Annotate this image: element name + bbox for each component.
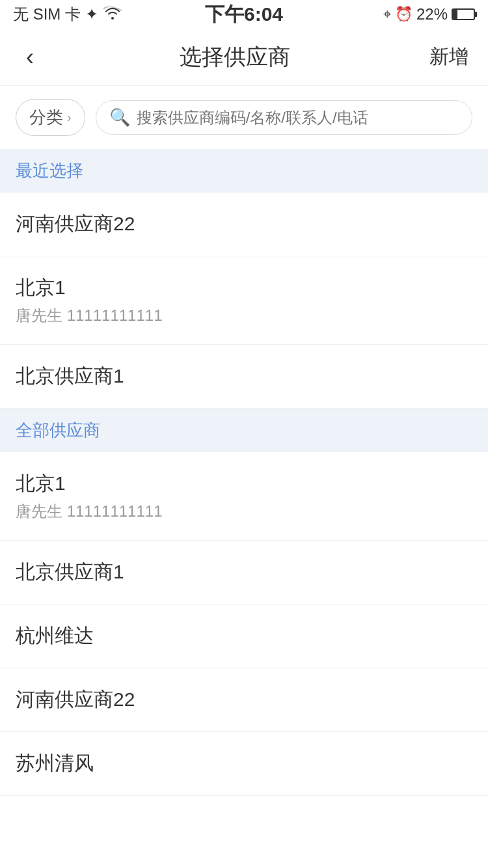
search-wrapper[interactable]: 🔍 [96, 100, 472, 135]
recent-section-header: 最近选择 [0, 149, 488, 193]
item-name: 杭州维达 [16, 623, 472, 649]
location-icon: ⌖ [383, 6, 391, 23]
list-item[interactable]: 河南供应商22 [0, 668, 488, 732]
list-item[interactable]: 杭州维达 [0, 604, 488, 668]
category-label: 分类 [29, 106, 63, 129]
wifi-icon [103, 5, 122, 23]
status-time: 下午6:04 [205, 1, 283, 28]
all-section-label: 全部供应商 [16, 420, 100, 440]
status-bar: 无 SIM 卡 ✦ 下午6:04 ⌖ ⏰ 22% [0, 0, 488, 29]
item-name: 北京供应商1 [16, 559, 472, 586]
list-item[interactable]: 河南供应商22 [0, 193, 488, 256]
list-item[interactable]: 北京1 唐先生 11111111111 [0, 452, 488, 541]
recent-list: 河南供应商22北京1 唐先生 11111111111北京供应商1 [0, 193, 488, 409]
search-bar: 分类 › 🔍 [0, 86, 488, 149]
item-name: 苏州清风 [16, 750, 472, 777]
battery-label: 22% [416, 5, 448, 23]
chevron-right-icon: › [67, 110, 72, 125]
item-name: 北京1 [16, 470, 472, 497]
recent-section-label: 最近选择 [16, 161, 83, 180]
battery-icon [452, 8, 475, 20]
item-name: 河南供应商22 [16, 686, 472, 713]
list-item[interactable]: 苏州清风 [0, 732, 488, 796]
search-icon: 🔍 [109, 107, 130, 128]
status-right: ⌖ ⏰ 22% [383, 5, 475, 23]
category-button[interactable]: 分类 › [16, 99, 85, 136]
alarm-icon: ⏰ [395, 6, 413, 23]
list-item[interactable]: 北京1 唐先生 11111111111 [0, 256, 488, 345]
item-sub: 唐先生 11111111111 [16, 501, 472, 522]
all-list: 北京1 唐先生 11111111111北京供应商1杭州维达河南供应商22苏州清风 [0, 452, 488, 796]
list-item[interactable]: 北京供应商1 [0, 345, 488, 409]
no-sim-label: 无 SIM 卡 ✦ [13, 4, 98, 25]
item-name: 北京供应商1 [16, 363, 472, 390]
item-sub: 唐先生 11111111111 [16, 305, 472, 326]
back-button[interactable]: ‹ [20, 37, 40, 77]
add-button[interactable]: 新增 [429, 44, 468, 70]
item-name: 河南供应商22 [16, 211, 472, 237]
page-title: 选择供应商 [180, 42, 290, 72]
item-name: 北京1 [16, 275, 472, 301]
all-section-header: 全部供应商 [0, 409, 488, 452]
search-input[interactable] [137, 109, 459, 127]
list-item[interactable]: 北京供应商1 [0, 541, 488, 604]
status-left: 无 SIM 卡 ✦ [13, 4, 122, 25]
nav-bar: ‹ 选择供应商 新增 [0, 29, 488, 86]
